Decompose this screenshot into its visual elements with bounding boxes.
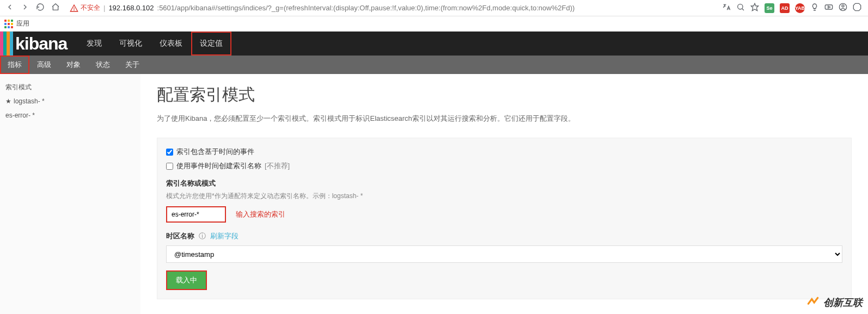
bulb-icon[interactable] <box>810 3 819 13</box>
tab-discover[interactable]: 发现 <box>78 32 111 56</box>
bookmarks-bar: 应用 <box>0 16 868 32</box>
insecure-label: 不安全 <box>81 3 100 13</box>
checkbox-event-time-name-label: 使用事件时间创建索引名称 <box>176 161 261 171</box>
sidebar-item-logstash[interactable]: ★ logstash- * <box>0 94 140 108</box>
url-host: 192.168.0.102 <box>108 4 154 12</box>
star-icon: ★ <box>5 97 11 105</box>
star-icon[interactable] <box>750 3 759 13</box>
logo-text: kibana <box>15 34 67 54</box>
kibana-subnav: 指标 高级 对象 状态 关于 <box>0 56 868 74</box>
url-path: :5601/app/kibana#/settings/indices/?_g=(… <box>157 4 575 12</box>
url-separator: | <box>103 4 105 12</box>
svg-marker-6 <box>828 6 830 8</box>
main-content: 配置索引模式 为了使用Kibana，您必须配置至少一个索引模式。索引模式用于标识… <box>140 74 868 314</box>
svg-point-8 <box>842 5 844 7</box>
timezone-label: 时区名称 <box>166 231 194 241</box>
kibana-logo[interactable]: kibana <box>0 32 78 56</box>
svg-point-1 <box>74 10 75 10</box>
index-name-sublabel: 模式允许您使用*作为通配符来定义动态索引名称。示例：logstash- * <box>166 192 842 201</box>
subtab-advanced[interactable]: 高级 <box>29 56 59 74</box>
checkbox-event-time-name[interactable]: 使用事件时间创建索引名称 [不推荐] <box>166 161 842 171</box>
ext-se-icon[interactable]: Se <box>765 3 774 13</box>
index-name-label: 索引名称或模式 <box>166 178 842 188</box>
checkbox-event-time-name-hint: [不推荐] <box>265 161 290 171</box>
back-icon[interactable] <box>5 3 14 13</box>
warning-triangle-icon <box>70 4 78 13</box>
refresh-fields-link[interactable]: 刷新字段 <box>210 231 239 241</box>
tab-visualize[interactable]: 可视化 <box>111 32 151 56</box>
sidebar: 索引模式 ★ logstash- * es-error- * <box>0 74 140 314</box>
sidebar-item-label: es-error- * <box>5 112 35 119</box>
tab-dashboard[interactable]: 仪表板 <box>151 32 191 56</box>
profile-icon[interactable] <box>839 3 847 13</box>
logo-stripes-icon <box>0 32 13 56</box>
svg-marker-4 <box>751 3 758 10</box>
checkbox-time-based-label: 索引包含基于时间的事件 <box>176 147 254 157</box>
timezone-select[interactable]: @timestamp <box>166 245 842 263</box>
translate-icon[interactable] <box>722 3 731 13</box>
index-pattern-annotation: 输入搜索的索引 <box>236 210 285 219</box>
index-pattern-form: 索引包含基于时间的事件 使用事件时间创建索引名称 [不推荐] 索引名称或模式 模… <box>157 138 852 299</box>
ext-yab-icon[interactable]: YAB <box>795 3 805 13</box>
apps-label[interactable]: 应用 <box>16 19 29 28</box>
svg-line-3 <box>742 9 744 10</box>
ext-adblock-icon[interactable] <box>853 3 861 13</box>
page-title: 配置索引模式 <box>157 84 852 106</box>
home-icon[interactable] <box>51 3 60 13</box>
forward-icon[interactable] <box>21 3 29 13</box>
subtab-indices[interactable]: 指标 <box>0 56 29 74</box>
subtab-objects[interactable]: 对象 <box>59 56 88 74</box>
info-icon[interactable]: ⓘ <box>199 231 206 241</box>
checkbox-time-based[interactable]: 索引包含基于时间的事件 <box>166 147 842 157</box>
watermark-badge: 创新互联 <box>806 295 863 310</box>
sidebar-item-es-error[interactable]: es-error- * <box>0 108 140 122</box>
index-pattern-input[interactable] <box>166 206 226 223</box>
insecure-warning: 不安全 <box>70 3 100 13</box>
browser-toolbar: 不安全 | 192.168.0.102:5601/app/kibana#/set… <box>0 0 868 16</box>
checkbox-time-based-input[interactable] <box>166 149 173 156</box>
kibana-topbar: kibana 发现 可视化 仪表板 设定值 <box>0 32 868 56</box>
subtab-about[interactable]: 关于 <box>118 56 147 74</box>
watermark-icon <box>806 295 820 310</box>
svg-marker-9 <box>853 3 860 10</box>
create-button[interactable]: 载入中 <box>166 270 207 290</box>
svg-point-2 <box>738 4 743 9</box>
youtube-icon[interactable] <box>824 3 833 13</box>
subtab-status[interactable]: 状态 <box>88 56 118 74</box>
sidebar-item-label: logstash- * <box>14 97 45 105</box>
apps-grid-icon[interactable] <box>4 20 13 28</box>
reload-icon[interactable] <box>36 3 45 13</box>
page-description: 为了使用Kibana，您必须配置至少一个索引模式。索引模式用于标识Elastic… <box>157 114 852 124</box>
checkbox-event-time-name-input[interactable] <box>166 163 173 170</box>
tab-settings[interactable]: 设定值 <box>191 32 231 56</box>
address-bar[interactable]: 不安全 | 192.168.0.102:5601/app/kibana#/set… <box>68 3 717 13</box>
sidebar-header: 索引模式 <box>0 81 140 94</box>
ext-ad1-icon[interactable]: AD <box>780 3 790 13</box>
watermark-text: 创新互联 <box>823 296 863 309</box>
search-icon[interactable] <box>736 3 745 13</box>
